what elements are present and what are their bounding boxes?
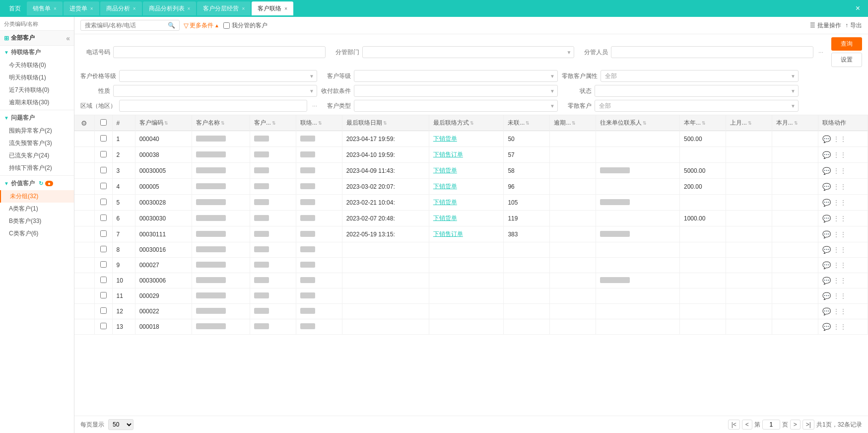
chat-icon-7[interactable]: 💬 <box>822 246 831 254</box>
nature-select[interactable] <box>113 85 317 97</box>
chat-icon-3[interactable]: 💬 <box>822 183 831 191</box>
method-link-5[interactable]: 下销货单 <box>433 215 457 221</box>
batch-operation-btn[interactable]: ☰ 批量操作 <box>810 21 841 30</box>
main-search-input[interactable] <box>85 22 166 29</box>
nav-tab-analysis[interactable]: 商品分析 × <box>100 1 142 15</box>
close-customer-mgmt-icon[interactable]: × <box>242 6 245 11</box>
my-customers-checkbox[interactable] <box>223 22 230 29</box>
apps-icon-1[interactable]: ⋮⋮ <box>833 151 847 159</box>
refresh-icon[interactable]: ↻ <box>39 180 43 187</box>
page-size-select[interactable]: 50 100 <box>108 419 134 430</box>
chat-icon-0[interactable]: 💬 <box>822 135 831 143</box>
settings-icon-btn[interactable]: ⚙ <box>81 119 87 127</box>
close-sales-icon[interactable]: × <box>54 6 57 11</box>
row-checkbox-7[interactable] <box>100 246 107 252</box>
close-purchase-icon[interactable]: × <box>90 6 93 11</box>
row-checkbox-6[interactable] <box>100 230 107 237</box>
row-checkbox-12[interactable] <box>100 323 107 329</box>
sidebar-item-a-class[interactable]: A类客户(1) <box>0 203 74 215</box>
apps-icon-11[interactable]: ⋮⋮ <box>833 307 847 315</box>
sidebar-score-header[interactable]: ▼ 价值客户 ↻ ● <box>0 177 74 190</box>
prev-page-btn[interactable]: < <box>742 420 752 430</box>
row-checkbox-5[interactable] <box>100 215 107 221</box>
dept-select[interactable] <box>362 46 575 58</box>
nav-tab-purchase[interactable]: 进货单 × <box>64 1 99 15</box>
close-analysis-icon[interactable]: × <box>133 6 136 11</box>
row-checkbox-10[interactable] <box>100 292 107 298</box>
sidebar-item-ungroup[interactable]: 未分组(32) <box>0 190 74 203</box>
row-checkbox-4[interactable] <box>100 199 107 205</box>
nav-tab-customer-mgmt[interactable]: 客户分层经营 × <box>197 1 251 15</box>
apps-icon-10[interactable]: ⋮⋮ <box>833 292 847 300</box>
method-link-6[interactable]: 下销售订单 <box>433 230 463 237</box>
row-checkbox-2[interactable] <box>100 167 107 173</box>
chat-icon-9[interactable]: 💬 <box>822 277 831 285</box>
method-link-4[interactable]: 下销货单 <box>433 199 457 206</box>
chat-icon-6[interactable]: 💬 <box>822 230 831 238</box>
row-checkbox-1[interactable] <box>100 151 107 157</box>
close-all-tabs-icon[interactable]: × <box>852 4 864 13</box>
apps-icon-4[interactable]: ⋮⋮ <box>833 199 847 207</box>
reset-button[interactable]: 设置 <box>831 53 862 67</box>
apps-icon-2[interactable]: ⋮⋮ <box>833 167 847 175</box>
page-input[interactable] <box>762 420 780 430</box>
nav-tab-analysis-list[interactable]: 商品分析列表 × <box>143 1 197 15</box>
sidebar-item-c-class[interactable]: C类客户(6) <box>0 227 74 240</box>
apps-icon-12[interactable]: ⋮⋮ <box>833 323 847 331</box>
chat-icon-5[interactable]: 💬 <box>822 215 831 222</box>
customer-type-select[interactable] <box>354 100 558 112</box>
phone-input[interactable] <box>113 46 326 58</box>
chat-icon-2[interactable]: 💬 <box>822 167 831 175</box>
apps-icon-3[interactable]: ⋮⋮ <box>833 183 847 191</box>
next-page-btn[interactable]: > <box>790 420 801 430</box>
staff-more-icon[interactable]: ··· <box>818 49 823 56</box>
close-analysis-list-icon[interactable]: × <box>188 6 191 11</box>
row-checkbox-11[interactable] <box>100 307 107 314</box>
nav-home[interactable]: 首页 <box>4 4 26 13</box>
sidebar-item-tomorrow[interactable]: 明天待联络(1) <box>0 72 74 84</box>
region-more-icon[interactable]: ··· <box>312 102 317 109</box>
method-link-0[interactable]: 下销货单 <box>433 135 457 142</box>
chat-icon-10[interactable]: 💬 <box>822 292 831 300</box>
retail-attr-select[interactable]: 全部 <box>601 70 799 82</box>
price-level-select[interactable] <box>119 70 317 82</box>
row-checkbox-8[interactable] <box>100 261 107 268</box>
main-search-icon[interactable]: 🔍 <box>168 22 175 29</box>
sidebar-item-7days[interactable]: 近7天待联络(0) <box>0 84 74 96</box>
sidebar-item-declining[interactable]: 持续下滑客户(2) <box>0 162 74 174</box>
chat-icon-1[interactable]: 💬 <box>822 151 831 159</box>
apps-icon-0[interactable]: ⋮⋮ <box>833 135 847 143</box>
my-customers-toggle[interactable]: 我分管的客户 <box>223 21 267 30</box>
method-link-3[interactable]: 下销货单 <box>433 183 457 190</box>
last-page-btn[interactable]: >| <box>802 420 814 430</box>
sidebar-item-today[interactable]: 今天待联络(0) <box>0 59 74 72</box>
method-link-2[interactable]: 下销货单 <box>433 167 457 174</box>
sidebar-all-customers[interactable]: ⊞ 全部客户 « <box>0 31 74 46</box>
category-search-input[interactable] <box>4 21 72 27</box>
sidebar-problem-header[interactable]: ▼ 问题客户 <box>0 111 74 125</box>
retail-customer-select[interactable]: 全部 <box>595 100 799 112</box>
row-checkbox-0[interactable] <box>100 135 107 142</box>
payment-select[interactable] <box>354 85 558 97</box>
method-link-1[interactable]: 下销售订单 <box>433 151 463 158</box>
row-checkbox-9[interactable] <box>100 277 107 283</box>
chat-icon-4[interactable]: 💬 <box>822 199 831 207</box>
apps-icon-7[interactable]: ⋮⋮ <box>833 246 847 254</box>
sidebar-item-churned[interactable]: 已流失客户(24) <box>0 149 74 162</box>
chat-icon-12[interactable]: 💬 <box>822 323 831 331</box>
select-all-checkbox[interactable] <box>100 119 107 126</box>
apps-icon-9[interactable]: ⋮⋮ <box>833 277 847 285</box>
customer-level-select[interactable] <box>354 70 558 82</box>
apps-icon-6[interactable]: ⋮⋮ <box>833 230 847 238</box>
apps-icon-5[interactable]: ⋮⋮ <box>833 215 847 222</box>
chat-icon-8[interactable]: 💬 <box>822 261 831 269</box>
sidebar-item-overdue[interactable]: 逾期未联络(30) <box>0 96 74 109</box>
sidebar-item-b-class[interactable]: B类客户(33) <box>0 215 74 227</box>
nav-tab-sales[interactable]: 销售单 × <box>27 1 63 15</box>
staff-input[interactable] <box>611 46 813 58</box>
export-btn[interactable]: ↑ 导出 <box>845 21 862 30</box>
row-checkbox-3[interactable] <box>100 183 107 189</box>
nav-tab-customer-contact[interactable]: 客户联络 × <box>252 1 293 15</box>
apps-icon-8[interactable]: ⋮⋮ <box>833 261 847 269</box>
query-button[interactable]: 查询 <box>831 37 862 51</box>
